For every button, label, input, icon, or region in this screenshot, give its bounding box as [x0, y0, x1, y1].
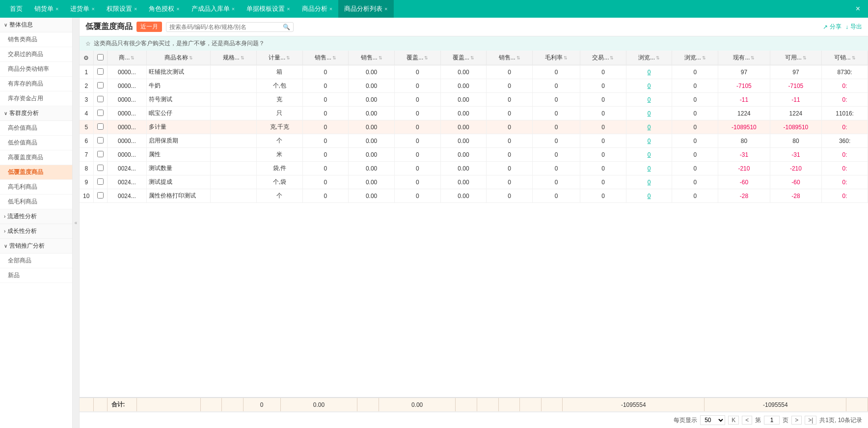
- sidebar-item-high-profit[interactable]: 高毛利商品: [0, 180, 72, 195]
- col-saleable[interactable]: 可销...⇅: [822, 51, 868, 65]
- first-page-button[interactable]: K: [728, 416, 739, 425]
- row-checkbox[interactable]: [97, 192, 104, 199]
- col-checkbox[interactable]: [93, 51, 107, 65]
- cell-name: 属性价格打印测试: [147, 189, 211, 203]
- nav-template-settings[interactable]: 单据模板设置 ×: [241, 0, 296, 18]
- row-checkbox[interactable]: [97, 110, 104, 116]
- sidebar-item-high-coverage[interactable]: 高覆盖度商品: [0, 150, 72, 165]
- cell-browse1[interactable]: 0: [626, 65, 672, 79]
- search-input[interactable]: [169, 24, 283, 30]
- cell-checkbox[interactable]: [93, 175, 107, 189]
- sidebar-section-liquidity[interactable]: › 流通性分析: [0, 209, 72, 224]
- nav-purchase-order[interactable]: 进货单 ×: [64, 0, 100, 18]
- cell-browse1[interactable]: 0: [626, 134, 672, 148]
- nav-product-inbound[interactable]: 产成品入库单 ×: [186, 0, 241, 18]
- row-checkbox[interactable]: [97, 151, 104, 157]
- select-all-checkbox[interactable]: [97, 54, 104, 60]
- cell-checkbox[interactable]: [93, 79, 107, 93]
- cell-browse1[interactable]: 0: [626, 148, 672, 162]
- cell-checkbox[interactable]: [93, 107, 107, 120]
- row-checkbox[interactable]: [97, 137, 104, 143]
- col-stock[interactable]: 现有...⇅: [718, 51, 770, 65]
- export-button[interactable]: ↓ 导出: [845, 23, 862, 31]
- row-checkbox[interactable]: [97, 96, 104, 102]
- nav-sales-order[interactable]: 销货单 ×: [28, 0, 64, 18]
- page-number-input[interactable]: [764, 416, 780, 425]
- cell-browse1[interactable]: 0: [626, 79, 672, 93]
- close-icon[interactable]: ×: [176, 6, 179, 12]
- col-sales-qty[interactable]: 销售...⇅: [302, 51, 349, 65]
- time-filter-button[interactable]: 近一月: [136, 22, 162, 32]
- close-icon[interactable]: ×: [91, 6, 94, 12]
- sidebar-section-customer[interactable]: ∨ 客群度分析: [0, 106, 72, 121]
- col-cov2[interactable]: 覆盖...⇅: [440, 51, 487, 65]
- row-checkbox[interactable]: [97, 165, 104, 171]
- settings-icon[interactable]: ⚙: [83, 55, 89, 61]
- sidebar-item-high-value[interactable]: 高价值商品: [0, 121, 72, 136]
- col-code[interactable]: 商...⇅: [107, 51, 147, 65]
- cell-browse1[interactable]: 0: [626, 175, 672, 189]
- col-browse1[interactable]: 浏览...⇅: [626, 51, 672, 65]
- col-spec[interactable]: 规格...⇅: [211, 51, 257, 65]
- sidebar-item-capital[interactable]: 库存资金占用: [0, 91, 72, 106]
- table-row: 8 0024... 测试数量 袋,件 0 0.00 0 0.00 0 0 0 0…: [80, 162, 868, 175]
- cell-checkbox[interactable]: [93, 189, 107, 203]
- sidebar-section-overall[interactable]: ∨ 整体信息: [0, 18, 72, 32]
- col-avail[interactable]: 可用...⇅: [770, 51, 822, 65]
- sidebar-item-traded-goods[interactable]: 交易过的商品: [0, 47, 72, 62]
- row-checkbox[interactable]: [97, 82, 104, 88]
- close-icon[interactable]: ×: [287, 6, 290, 12]
- sidebar-item-low-coverage[interactable]: 低覆盖度商品: [0, 165, 72, 180]
- close-icon[interactable]: ×: [384, 6, 387, 12]
- sidebar-item-all-goods[interactable]: 全部商品: [0, 254, 72, 268]
- col-gross[interactable]: 毛利率⇅: [532, 51, 580, 65]
- nav-product-analysis[interactable]: 商品分析 ×: [296, 0, 338, 18]
- col-name[interactable]: 商品名称⇅: [147, 51, 211, 65]
- sidebar-item-new-goods[interactable]: 新品: [0, 268, 72, 283]
- nav-permissions[interactable]: 权限设置 ×: [101, 0, 143, 18]
- cell-browse1[interactable]: 0: [626, 120, 672, 134]
- nav-home[interactable]: 首页: [4, 0, 28, 18]
- sidebar-item-low-profit[interactable]: 低毛利商品: [0, 195, 72, 209]
- cell-checkbox[interactable]: [93, 93, 107, 107]
- row-checkbox[interactable]: [97, 178, 104, 185]
- sidebar-item-sales-rate[interactable]: 商品分类动销率: [0, 62, 72, 77]
- prev-page-button[interactable]: <: [742, 416, 752, 425]
- col-cov1[interactable]: 覆盖...⇅: [394, 51, 440, 65]
- cell-browse1[interactable]: 0: [626, 107, 672, 120]
- cell-checkbox[interactable]: [93, 120, 107, 134]
- sidebar-item-low-value[interactable]: 低价值商品: [0, 136, 72, 150]
- col-trans[interactable]: 交易...⇅: [580, 51, 626, 65]
- close-icon[interactable]: ×: [55, 6, 58, 12]
- search-icon[interactable]: 🔍: [283, 24, 290, 30]
- sidebar-item-in-stock[interactable]: 有库存的商品: [0, 77, 72, 91]
- sidebar-section-growth[interactable]: › 成长性分析: [0, 224, 72, 239]
- col-settings[interactable]: ⚙: [80, 51, 93, 65]
- col-sales-rate[interactable]: 销售...⇅: [487, 51, 533, 65]
- nav-role-auth[interactable]: 角色授权 ×: [143, 0, 185, 18]
- sidebar-item-sales-goods[interactable]: 销售类商品: [0, 32, 72, 47]
- row-checkbox[interactable]: [97, 123, 104, 130]
- row-checkbox[interactable]: [97, 68, 104, 75]
- col-browse2[interactable]: 浏览...⇅: [672, 51, 718, 65]
- next-page-button[interactable]: >: [791, 416, 802, 425]
- col-sales-amt[interactable]: 销售...⇅: [349, 51, 395, 65]
- last-page-button[interactable]: >|: [805, 416, 816, 425]
- cell-checkbox[interactable]: [93, 162, 107, 175]
- window-close-button[interactable]: ×: [852, 4, 864, 13]
- cell-checkbox[interactable]: [93, 65, 107, 79]
- cell-browse1[interactable]: 0: [626, 93, 672, 107]
- cell-checkbox[interactable]: [93, 134, 107, 148]
- page-size-select[interactable]: 50 100 200: [700, 415, 725, 425]
- close-icon[interactable]: ×: [329, 6, 332, 12]
- cell-browse1[interactable]: 0: [626, 189, 672, 203]
- share-button[interactable]: ↗ 分享: [823, 23, 841, 31]
- col-unit[interactable]: 计量...⇅: [256, 51, 302, 65]
- sidebar-collapse-button[interactable]: «: [73, 18, 80, 428]
- close-icon[interactable]: ×: [232, 6, 235, 12]
- cell-browse1[interactable]: 0: [626, 162, 672, 175]
- close-icon[interactable]: ×: [134, 6, 137, 12]
- cell-checkbox[interactable]: [93, 148, 107, 162]
- sidebar-section-marketing[interactable]: ∨ 营销推广分析: [0, 239, 72, 254]
- nav-product-analysis-list[interactable]: 商品分析列表 ×: [338, 0, 393, 18]
